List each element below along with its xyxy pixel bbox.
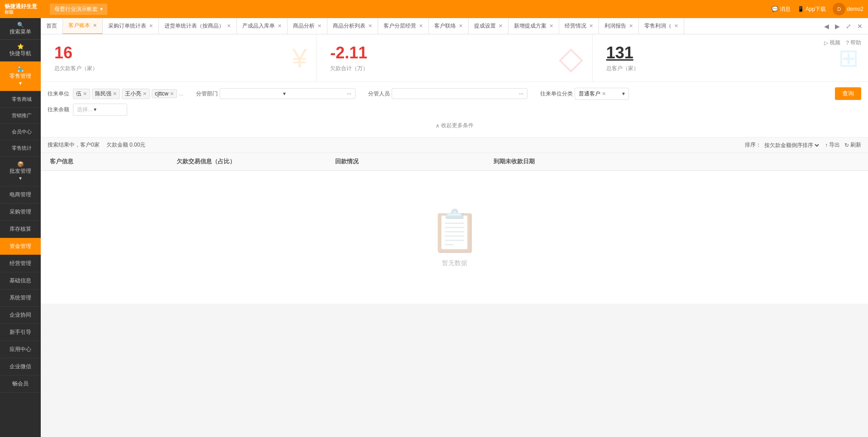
tab-bar: 首页 客户账本 ✕ 采购订单统计表 ✕ 进货单统计表（按商品） ✕ 产成品入库单…: [41, 18, 868, 34]
category-filter-select[interactable]: 普通客户 ✕ ▾: [575, 88, 629, 100]
sidebar-item-vip[interactable]: 畅会员: [0, 375, 41, 393]
table-header: 客户信息 欠款交易信息（占比） 回款情况 到期未收款日期: [41, 153, 868, 171]
dept-filter-input[interactable]: ▾ ···: [220, 88, 355, 99]
data-table: 客户信息 欠款交易信息（占比） 回款情况 到期未收款日期 📋 暂无数据: [41, 153, 868, 304]
tab-production-inbound[interactable]: 产成品入库单 ✕: [237, 18, 288, 34]
tab-customer-balance[interactable]: 客户账本 ✕: [63, 18, 103, 34]
more-tags-btn[interactable]: ...: [179, 90, 183, 97]
industry-selector[interactable]: 母婴行业演示帐套 ▾: [50, 4, 107, 15]
refresh-button[interactable]: ↻ 刷新: [844, 141, 861, 149]
sidebar-item-operations[interactable]: 经营管理: [0, 255, 41, 272]
close-icon[interactable]: ✕: [93, 23, 97, 28]
remove-tag-icon[interactable]: ✕: [83, 91, 87, 97]
collapse-button[interactable]: ∧ 收起更多条件: [433, 119, 476, 132]
tab-retail-profit[interactable]: 零售利润（ ✕: [639, 18, 684, 34]
sidebar-item-enterprise-collab[interactable]: 企业协同: [0, 307, 41, 324]
close-icon[interactable]: ✕: [317, 23, 321, 29]
sidebar-item-system[interactable]: 系统管理: [0, 290, 41, 307]
help-icon: ?: [846, 40, 849, 46]
search-menu-item[interactable]: 🔍 搜索菜单: [0, 18, 41, 40]
category-filter-label: 往来单位分类: [540, 90, 573, 98]
tab-proposal-settings[interactable]: 提成设置 ✕: [469, 18, 508, 34]
remove-tag-icon[interactable]: ✕: [143, 91, 147, 97]
video-icon: ▷: [824, 40, 828, 46]
video-btn[interactable]: ▷ 视频: [824, 39, 840, 47]
sidebar-item-basic-info[interactable]: 基础信息: [0, 272, 41, 290]
sidebar-item-enterprise-wechat[interactable]: 企业微信: [0, 358, 41, 375]
close-icon[interactable]: ✕: [589, 23, 593, 29]
close-icon[interactable]: ✕: [674, 23, 678, 29]
tab-product-analysis-list[interactable]: 商品分析列表 ✕: [327, 18, 378, 34]
app-download-button[interactable]: 📱 App下载: [797, 5, 826, 13]
unit-filter-label: 往来单位: [48, 90, 69, 98]
tab-customer-segment[interactable]: 客户分层经营 ✕: [378, 18, 429, 34]
filter-row-1: 往来单位 伍 ✕ 陈民强 ✕ 王小亮: [48, 87, 861, 100]
close-icon[interactable]: ✕: [499, 23, 503, 29]
remove-category-tag-icon[interactable]: ✕: [602, 91, 606, 97]
user-menu[interactable]: D demo2: [833, 3, 863, 15]
more-options-icon[interactable]: ···: [347, 90, 351, 97]
tab-controls: ◀ ▶ ⤢ ✕: [819, 22, 868, 31]
tab-new-proposal[interactable]: 新增提成方案 ✕: [508, 18, 559, 34]
close-icon[interactable]: ✕: [368, 23, 372, 29]
app-container: 畅捷通好生意 标版 母婴行业演示帐套 ▾ 💬 消息 📱 App下载 D demo…: [0, 0, 868, 437]
chevron-down-icon: ▾: [283, 90, 286, 97]
sidebar-item-retail-mall[interactable]: 零售商城: [0, 91, 41, 108]
refresh-icon: ↻: [844, 142, 849, 148]
total-debt-label: 欠款合计（万）: [330, 65, 368, 72]
sidebar-item-new-guide[interactable]: 新手引导: [0, 324, 41, 341]
more-options-icon[interactable]: ···: [519, 90, 523, 97]
close-icon[interactable]: ✕: [227, 23, 231, 29]
help-btn[interactable]: ? 帮助: [846, 39, 861, 47]
search-icon: 🔍: [17, 22, 24, 28]
wholesale-icon: 📦: [17, 161, 24, 167]
building-icon: ⊞: [838, 43, 859, 72]
close-icon[interactable]: ✕: [278, 23, 282, 29]
sidebar-item-retail-stats[interactable]: 零售统计: [0, 140, 41, 157]
sidebar-item-finance[interactable]: 资金管理: [0, 238, 41, 255]
tab-operations[interactable]: 经营情况 ✕: [559, 18, 599, 34]
tab-product-analysis[interactable]: 商品分析 ✕: [288, 18, 327, 34]
top-bar: 畅捷通好生意 标版 母婴行业演示帐套 ▾ 💬 消息 📱 App下载 D demo…: [0, 0, 868, 18]
collapse-row: ∧ 收起更多条件: [48, 119, 861, 132]
amount-filter-select[interactable]: 选择... ▾: [73, 104, 127, 116]
export-button[interactable]: ↑ 导出: [825, 141, 840, 149]
remove-tag-icon[interactable]: ✕: [170, 91, 174, 97]
tab-profit-report[interactable]: 利润报告 ✕: [599, 18, 639, 34]
result-bar-right: 排序： 按欠款金额倒序排序 ↑ 导出 ↻ 刷新: [745, 141, 861, 149]
quick-nav-item[interactable]: ⭐ 快捷导航: [0, 40, 41, 62]
tab-close-all[interactable]: ✕: [855, 22, 864, 31]
tab-scroll-right[interactable]: ▶: [833, 22, 842, 31]
tab-incoming-stats[interactable]: 进货单统计表（按商品） ✕: [159, 18, 237, 34]
sidebar-item-inventory[interactable]: 库存核算: [0, 221, 41, 238]
sort-select[interactable]: 按欠款金额倒序排序: [762, 142, 820, 149]
tab-purchase-order-stats[interactable]: 采购订单统计表 ✕: [103, 18, 159, 34]
tab-scroll-left[interactable]: ◀: [822, 22, 831, 31]
sidebar-item-ecommerce[interactable]: 电商管理: [0, 186, 41, 204]
person-filter-input[interactable]: ···: [392, 88, 528, 99]
close-icon[interactable]: ✕: [629, 23, 633, 29]
tab-maximize[interactable]: ⤢: [844, 22, 853, 31]
sidebar-item-app-center[interactable]: 应用中心: [0, 341, 41, 358]
close-icon[interactable]: ✕: [459, 23, 463, 29]
query-button[interactable]: 查询: [835, 87, 861, 100]
sidebar-item-purchase[interactable]: 采购管理: [0, 204, 41, 221]
sidebar-item-marketing[interactable]: 营销推广: [0, 108, 41, 124]
chevron-down-icon: ▾: [19, 80, 22, 86]
sidebar-item-member[interactable]: 会员中心: [0, 124, 41, 140]
close-icon[interactable]: ✕: [549, 23, 553, 29]
tab-customer-contact[interactable]: 客户联络 ✕: [429, 18, 469, 34]
message-button[interactable]: 💬 消息: [772, 5, 791, 13]
store-icon: 🏪: [17, 66, 24, 72]
tab-home[interactable]: 首页: [41, 18, 63, 34]
chevron-up-icon: ∧: [436, 123, 440, 129]
close-icon[interactable]: ✕: [419, 23, 423, 29]
summary-row: ▷ 视频 ? 帮助 ¥ 16 总欠款客户（家） ◇: [41, 34, 868, 82]
sidebar-item-wholesale[interactable]: 📦 批发管理 ▾: [0, 157, 41, 186]
remove-tag-icon[interactable]: ✕: [113, 91, 117, 97]
sidebar-item-retail-mgmt[interactable]: 🏪 零售管理 ▾: [0, 62, 41, 91]
total-debt-value: -2.11: [330, 43, 367, 62]
unit-tag-1: 伍 ✕: [73, 89, 90, 99]
filter-row-2: 往来余额 选择... ▾: [48, 104, 861, 116]
close-icon[interactable]: ✕: [149, 23, 153, 29]
